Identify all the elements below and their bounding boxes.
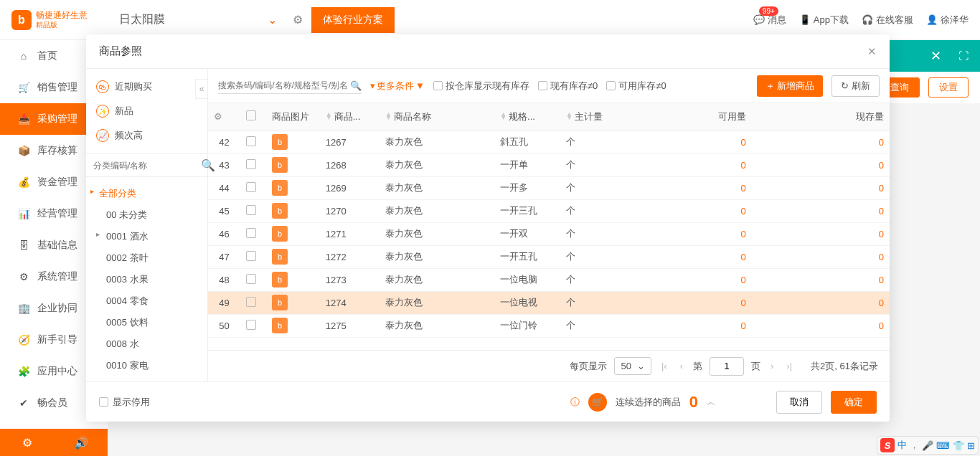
category-item[interactable]: 0008 水 xyxy=(86,333,207,355)
first-page-button[interactable]: |‹ xyxy=(659,361,670,371)
row-checkbox[interactable] xyxy=(246,228,256,238)
filter-bar: 🔍 ▾ 更多条件 ▼ 按仓库显示现有库存 现有库存≠0 可用库存≠0 ＋ 新增商… xyxy=(208,69,890,103)
search-icon[interactable]: 🔍 xyxy=(201,158,215,172)
cell-avail: 0 xyxy=(614,245,752,268)
show-stopped-checkbox[interactable]: 显示停用 xyxy=(99,396,150,409)
refresh-button[interactable]: ↻ 刷新 xyxy=(831,75,880,97)
cell-code: 1270 xyxy=(320,199,380,222)
cell-spec: 一开三孔 xyxy=(494,199,560,222)
cell-unit: 个 xyxy=(560,153,614,176)
page-input[interactable] xyxy=(710,357,744,376)
collapse-sidebar-icon[interactable]: « xyxy=(195,79,208,99)
cell-stock: 0 xyxy=(752,153,890,176)
row-checkbox[interactable] xyxy=(246,205,256,215)
cell-name: 泰力灰色 xyxy=(380,199,494,222)
column-header[interactable]: 商品图片 xyxy=(266,103,320,130)
page-prefix: 第 xyxy=(693,360,702,373)
ime-keyboard-icon: ⌨ xyxy=(936,440,950,451)
select-all-checkbox[interactable] xyxy=(246,110,256,120)
confirm-button[interactable]: 确定 xyxy=(831,391,877,414)
column-header[interactable]: 现存量 xyxy=(752,103,890,130)
column-header[interactable]: 可用量 xyxy=(614,103,752,130)
column-header[interactable]: ▲▼商品... xyxy=(320,103,380,130)
column-header[interactable] xyxy=(240,103,266,130)
cell-spec: 一开双 xyxy=(494,222,560,245)
quick-filter-0[interactable]: 🛍近期购买 xyxy=(86,75,207,99)
modal-footer: 显示停用 ⓘ 🛒 连续选择的商品 0 ︿ 取消 确定 xyxy=(86,381,890,422)
category-root[interactable]: 全部分类 xyxy=(86,183,207,204)
filter-stock-nonzero-checkbox[interactable]: 现有库存≠0 xyxy=(538,80,598,92)
row-checkbox[interactable] xyxy=(246,274,256,284)
product-image-icon: b xyxy=(272,180,288,196)
product-image-icon: b xyxy=(272,295,288,310)
category-search-input[interactable] xyxy=(93,161,201,171)
table-row[interactable]: 43b1268泰力灰色一开单个00 xyxy=(208,153,890,176)
cell-unit: 个 xyxy=(560,268,614,291)
cell-code: 1268 xyxy=(320,153,380,176)
table-row[interactable]: 49b1274泰力灰色一位电视个00 xyxy=(208,291,890,314)
last-page-button[interactable]: ›| xyxy=(783,361,795,371)
category-item[interactable]: 0005 饮料 xyxy=(86,312,207,333)
cancel-button[interactable]: 取消 xyxy=(776,391,822,414)
gear-icon[interactable]: ⚙ xyxy=(214,111,222,122)
filter-avail-nonzero-checkbox[interactable]: 可用库存≠0 xyxy=(606,80,666,92)
category-item[interactable]: 0010 家电 xyxy=(86,355,207,376)
category-item[interactable]: 0004 零食 xyxy=(86,290,207,312)
row-checkbox[interactable] xyxy=(246,251,256,261)
column-header[interactable]: ▲▼商品名称 xyxy=(380,103,494,130)
chevron-up-icon[interactable]: ︿ xyxy=(707,396,716,409)
table-row[interactable]: 46b1271泰力灰色一开双个00 xyxy=(208,222,890,245)
product-search-input[interactable] xyxy=(218,77,350,93)
cell-avail: 0 xyxy=(614,153,752,176)
sort-icon: ▲▼ xyxy=(385,113,392,119)
cell-name: 泰力灰色 xyxy=(380,268,494,291)
more-filters-toggle[interactable]: ▾ 更多条件 ▼ xyxy=(370,80,425,92)
cart-icon[interactable]: 🛒 xyxy=(588,393,607,412)
add-product-button[interactable]: ＋ 新增商品 xyxy=(757,75,824,97)
next-page-button[interactable]: › xyxy=(768,361,776,371)
ime-toolbox-icon: ⊞ xyxy=(967,440,975,451)
product-table: ⚙商品图片▲▼商品...▲▼商品名称▲▼规格...▲▼主计量可用量现存量 42b… xyxy=(208,103,890,338)
category-item[interactable]: 0001 酒水 xyxy=(86,226,207,247)
table-row[interactable]: 44b1269泰力灰色一开多个00 xyxy=(208,176,890,199)
modal-header: 商品参照 ✕ xyxy=(86,34,890,69)
row-checkbox[interactable] xyxy=(246,320,256,330)
search-icon[interactable]: 🔍 xyxy=(350,80,362,91)
category-item[interactable]: 0002 茶叶 xyxy=(86,247,207,269)
table-row[interactable]: 50b1275泰力灰色一位门铃个00 xyxy=(208,314,890,337)
table-row[interactable]: 42b1267泰力灰色斜五孔个00 xyxy=(208,130,890,153)
table-row[interactable]: 47b1272泰力灰色一开五孔个00 xyxy=(208,245,890,268)
quick-filter-1[interactable]: ✨新品 xyxy=(86,99,207,123)
help-icon[interactable]: ⓘ xyxy=(570,396,580,409)
row-index: 44 xyxy=(208,176,240,199)
modal-close-icon[interactable]: ✕ xyxy=(867,45,877,58)
quick-filter-icon: 📈 xyxy=(96,129,109,142)
category-item[interactable]: 00 未分类 xyxy=(86,204,207,226)
cell-name: 泰力灰色 xyxy=(380,130,494,153)
row-checkbox[interactable] xyxy=(246,136,256,146)
row-checkbox[interactable] xyxy=(246,297,256,307)
cell-code: 1274 xyxy=(320,291,380,314)
prev-page-button[interactable]: ‹ xyxy=(677,361,686,371)
page-size-select[interactable]: 50⌄ xyxy=(614,357,651,375)
row-checkbox[interactable] xyxy=(246,182,256,192)
pagination: 每页显示 50⌄ |‹ ‹ 第 页 › ›| 共2页, 61条记录 xyxy=(208,350,890,381)
cell-name: 泰力灰色 xyxy=(380,245,494,268)
cell-avail: 0 xyxy=(614,314,752,337)
cell-spec: 一位电脑 xyxy=(494,268,560,291)
column-header[interactable]: ▲▼规格... xyxy=(494,103,560,130)
cell-spec: 一位电视 xyxy=(494,291,560,314)
modal-title: 商品参照 xyxy=(99,44,142,58)
category-item[interactable]: 0003 水果 xyxy=(86,269,207,290)
quick-filter-2[interactable]: 📈频次高 xyxy=(86,123,207,148)
column-header[interactable]: ⚙ xyxy=(208,103,240,130)
table-row[interactable]: 48b1273泰力灰色一位电脑个00 xyxy=(208,268,890,291)
cell-unit: 个 xyxy=(560,314,614,337)
cell-spec: 一开五孔 xyxy=(494,245,560,268)
table-row[interactable]: 45b1270泰力灰色一开三孔个00 xyxy=(208,199,890,222)
product-table-scroll[interactable]: ⚙商品图片▲▼商品...▲▼商品名称▲▼规格...▲▼主计量可用量现存量 42b… xyxy=(208,103,890,350)
row-checkbox[interactable] xyxy=(246,159,256,169)
cell-name: 泰力灰色 xyxy=(380,222,494,245)
filter-by-warehouse-checkbox[interactable]: 按仓库显示现有库存 xyxy=(433,80,529,92)
column-header[interactable]: ▲▼主计量 xyxy=(560,103,614,130)
